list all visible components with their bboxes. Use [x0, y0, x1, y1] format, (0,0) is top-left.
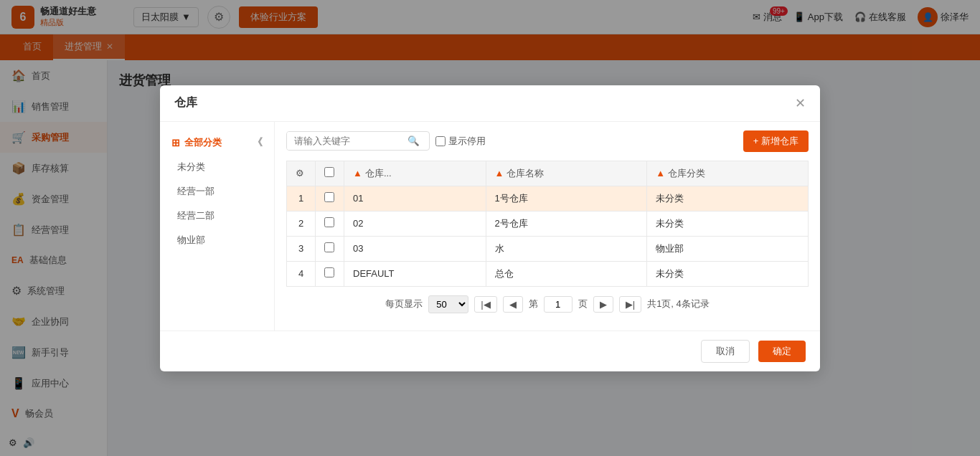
- total-info: 共1页, 4条记录: [647, 298, 710, 310]
- search-input-wrap: 🔍: [286, 131, 430, 151]
- table-header-row: ⚙ ▲仓库... ▲仓库名称 ▲仓库分类: [287, 161, 809, 186]
- row-num-2: 2: [287, 211, 316, 236]
- category-header[interactable]: ⊞ 全部分类 《: [160, 130, 274, 155]
- col-category: ▲仓库分类: [647, 161, 809, 186]
- category-item-dept2[interactable]: 经营二部: [160, 204, 274, 228]
- row-code-1: 01: [344, 186, 486, 211]
- dialog-footer: 取消 确定: [160, 331, 820, 371]
- add-warehouse-button[interactable]: + 新增仓库: [743, 130, 809, 152]
- show-disabled-wrap: 显示停用: [435, 135, 486, 148]
- all-category-label: 全部分类: [184, 136, 222, 149]
- grid-icon: ⊞: [171, 137, 180, 148]
- col-code: ▲仓库...: [344, 161, 486, 186]
- row-name-2: 2号仓库: [486, 211, 647, 236]
- row-check-1[interactable]: [316, 186, 344, 211]
- per-page-select[interactable]: 50 10 20 100: [428, 295, 468, 313]
- row-check-4[interactable]: [316, 261, 344, 286]
- sort-icon-code: ▲: [353, 168, 362, 179]
- row-checkbox-2[interactable]: [324, 217, 334, 227]
- row-category-1: 未分类: [647, 186, 809, 211]
- dialog-close-button[interactable]: ✕: [795, 95, 806, 111]
- col-category-label: 仓库分类: [668, 168, 705, 179]
- right-toolbar: 🔍 显示停用 + 新增仓库: [286, 130, 809, 152]
- page-label: 第: [529, 298, 538, 310]
- prev-page-button[interactable]: ◀: [503, 296, 523, 313]
- per-page-label: 每页显示: [385, 298, 423, 310]
- row-name-1: 1号仓库: [486, 186, 647, 211]
- col-checkbox: [316, 161, 344, 186]
- page-unit: 页: [578, 298, 588, 310]
- first-page-button[interactable]: |◀: [474, 296, 496, 313]
- row-name-4: 总仓: [486, 261, 647, 286]
- table-row[interactable]: 3 03 水 物业部: [287, 236, 809, 261]
- table-row[interactable]: 1 01 1号仓库 未分类: [287, 186, 809, 211]
- last-page-button[interactable]: ▶|: [619, 296, 641, 313]
- table-container: ⚙ ▲仓库... ▲仓库名称 ▲仓库分类 1 01: [286, 161, 809, 287]
- col-code-label: 仓库...: [365, 168, 392, 179]
- row-check-2[interactable]: [316, 211, 344, 236]
- row-code-2: 02: [344, 211, 486, 236]
- col-name: ▲仓库名称: [486, 161, 647, 186]
- search-button[interactable]: 🔍: [402, 132, 425, 150]
- warehouse-table: ⚙ ▲仓库... ▲仓库名称 ▲仓库分类 1 01: [286, 161, 809, 287]
- row-num-4: 4: [287, 261, 316, 286]
- dialog-title: 仓库: [174, 95, 197, 110]
- category-item-property[interactable]: 物业部: [160, 228, 274, 252]
- table-row[interactable]: 4 DEFAULT 总仓 未分类: [287, 261, 809, 286]
- show-disabled-checkbox[interactable]: [435, 136, 446, 146]
- row-category-4: 未分类: [647, 261, 809, 286]
- row-num-1: 1: [287, 186, 316, 211]
- row-check-3[interactable]: [316, 236, 344, 261]
- col-settings: ⚙: [287, 161, 316, 186]
- row-category-2: 未分类: [647, 211, 809, 236]
- select-all-checkbox[interactable]: [324, 167, 334, 177]
- row-checkbox-3[interactable]: [324, 242, 334, 252]
- row-num-3: 3: [287, 236, 316, 261]
- row-category-3: 物业部: [647, 236, 809, 261]
- search-input[interactable]: [287, 132, 402, 150]
- table-row[interactable]: 2 02 2号仓库 未分类: [287, 211, 809, 236]
- col-name-label: 仓库名称: [507, 168, 544, 179]
- confirm-button[interactable]: 确定: [758, 341, 806, 362]
- modal-overlay[interactable]: 仓库 ✕ ⊞ 全部分类 《 未分类 经营一部 经营二部 物业部: [0, 0, 980, 456]
- table-body: 1 01 1号仓库 未分类 2 02 2号仓库: [287, 186, 809, 286]
- sort-icon-category: ▲: [656, 168, 665, 179]
- pagination: 每页显示 50 10 20 100 |◀ ◀ 第 页 ▶ ▶| 共1页, 4条记…: [286, 287, 809, 322]
- category-item-dept1[interactable]: 经营一部: [160, 179, 274, 204]
- dialog-body: ⊞ 全部分类 《 未分类 经营一部 经营二部 物业部 🔍: [160, 122, 820, 331]
- show-disabled-label: 显示停用: [448, 135, 486, 148]
- table-head: ⚙ ▲仓库... ▲仓库名称 ▲仓库分类: [287, 161, 809, 186]
- row-code-3: 03: [344, 236, 486, 261]
- right-panel: 🔍 显示停用 + 新增仓库 ⚙: [275, 122, 820, 331]
- category-item-unclassified[interactable]: 未分类: [160, 155, 274, 179]
- sort-icon-name: ▲: [495, 168, 504, 179]
- dialog: 仓库 ✕ ⊞ 全部分类 《 未分类 经营一部 经营二部 物业部: [160, 85, 820, 371]
- dialog-header: 仓库 ✕: [160, 85, 820, 122]
- row-checkbox-1[interactable]: [324, 192, 334, 202]
- collapse-button[interactable]: 《: [253, 136, 263, 149]
- cancel-button[interactable]: 取消: [701, 340, 750, 363]
- row-code-4: DEFAULT: [344, 261, 486, 286]
- category-panel: ⊞ 全部分类 《 未分类 经营一部 经营二部 物业部: [160, 122, 275, 331]
- next-page-button[interactable]: ▶: [593, 296, 613, 313]
- page-input[interactable]: [544, 296, 573, 313]
- row-name-3: 水: [486, 236, 647, 261]
- row-checkbox-4[interactable]: [324, 267, 334, 277]
